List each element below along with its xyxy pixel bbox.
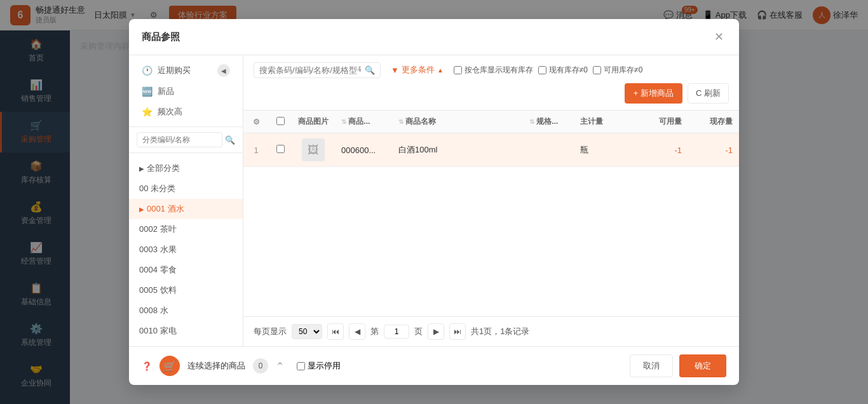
recent-icon: 🕐 (142, 65, 153, 76)
product-search-icon[interactable]: 🔍 (365, 65, 375, 75)
page-input[interactable] (384, 325, 409, 339)
product-table: ⚙ 商品图片 ⇅ 商品... (243, 111, 739, 167)
cat-item-2[interactable]: 0002 茶叶 (129, 219, 243, 239)
new-icon: 🆕 (142, 86, 153, 97)
help-icon[interactable]: ❓ (142, 361, 152, 371)
cat-item-0[interactable]: 00 未分类 (129, 178, 243, 199)
cat-item-5[interactable]: 0005 饮料 (129, 280, 243, 300)
row-spec (523, 133, 574, 167)
product-reference-modal: 商品参照 ✕ 🕐 近期购买 ◀ 🆕 新品 (129, 19, 739, 385)
modal-title: 商品参照 (142, 31, 180, 43)
page-label: 第 (370, 326, 379, 337)
row-checkbox[interactable] (269, 133, 292, 167)
next-page-button[interactable]: ▶ (428, 323, 444, 340)
quick-label: 频次高 (158, 106, 182, 118)
table-row[interactable]: 1 🖼 000600... 白酒100ml (243, 133, 739, 167)
available-stock-checkbox[interactable] (593, 66, 601, 74)
row-available: -1 (625, 133, 688, 167)
th-spec: ⇅ 规格... (523, 111, 574, 133)
category-search-input[interactable] (137, 132, 222, 147)
modal-overlay[interactable]: 商品参照 ✕ 🕐 近期购买 ◀ 🆕 新品 (0, 0, 868, 404)
current-stock-checkbox[interactable] (538, 66, 546, 74)
row-code: 000600... (335, 133, 392, 167)
active-tri-icon: ▶ (139, 206, 144, 213)
product-table-wrap: ⚙ 商品图片 ⇅ 商品... (243, 111, 739, 316)
quick-label: 新品 (158, 86, 174, 97)
filter-icon: ▼ (391, 65, 399, 75)
settings-icon[interactable]: ⚙ (253, 118, 260, 126)
category-search: 🔍 (129, 127, 243, 153)
per-page-select[interactable]: 50 (292, 324, 322, 339)
row-name: 白酒100ml (392, 133, 523, 167)
row-num: 1 (243, 133, 269, 167)
product-table-body: 1 🖼 000600... 白酒100ml (243, 133, 739, 167)
modal-footer: ❓ 🛒 连续选择的商品 0 ⌃ 显示停用 取消 确定 (129, 346, 739, 385)
show-disabled-wrap: 显示停用 (297, 360, 341, 372)
modal-close-button[interactable]: ✕ (711, 29, 726, 44)
product-toolbar: 🔍 ▼ 更多条件 ▲ 按仓库显示现有库存 现有库存≠0 (243, 55, 739, 111)
toolbar-right: + 新增商品 C 刷新 (625, 83, 729, 104)
available-stock-checkbox-label[interactable]: 可用库存≠0 (593, 65, 642, 76)
th-available: 可用量 (625, 111, 688, 133)
product-image-placeholder: 🖼 (302, 138, 325, 161)
product-search-box: 🔍 (254, 62, 381, 78)
prev-page-button[interactable]: ◀ (349, 323, 365, 340)
current-stock-checkbox-label[interactable]: 现有库存≠0 (538, 65, 588, 76)
row-unit: 瓶 (574, 133, 625, 167)
footer-actions: 取消 确定 (630, 354, 726, 377)
cat-item-7[interactable]: 0010 家电 (129, 321, 243, 341)
warehouse-checkbox[interactable] (454, 66, 462, 74)
modal-body: 🕐 近期购买 ◀ 🆕 新品 ⭐ 频次高 🔍 (129, 55, 739, 346)
cat-item-4[interactable]: 0004 零食 (129, 260, 243, 280)
row-image: 🖼 (292, 133, 335, 167)
cat-item-1[interactable]: ▶ 0001 酒水 (129, 199, 243, 219)
refresh-button[interactable]: C 刷新 (688, 83, 729, 104)
pagination-bar: 每页显示 50 ⏮ ◀ 第 页 ▶ ⏭ 共1页，1条记录 (243, 316, 739, 346)
cat-item-6[interactable]: 0008 水 (129, 300, 243, 321)
show-disabled-label: 显示停用 (308, 360, 341, 372)
category-list: ▶ 全部分类 00 未分类 ▶ 0001 酒水 0002 茶叶 0003 水果 (129, 153, 243, 346)
chevron-up-icon: ▲ (437, 67, 444, 74)
show-disabled-checkbox[interactable] (297, 362, 305, 370)
th-settings: ⚙ (243, 111, 269, 133)
th-name: ⇅ 商品名称 (392, 111, 523, 133)
first-page-button[interactable]: ⏮ (327, 323, 344, 340)
cart-count: 0 (253, 358, 268, 374)
page-suffix: 页 (414, 326, 423, 337)
add-product-button[interactable]: + 新增商品 (625, 83, 682, 104)
modal-header: 商品参照 ✕ (129, 19, 739, 55)
collapse-icon[interactable]: ⌃ (276, 360, 284, 372)
collapse-button[interactable]: ◀ (217, 64, 230, 77)
product-search-input[interactable] (259, 65, 361, 75)
confirm-button[interactable]: 确定 (679, 354, 726, 377)
cat-item-all[interactable]: ▶ 全部分类 (129, 158, 243, 178)
th-code: ⇅ 商品... (335, 111, 392, 133)
select-all-checkbox[interactable] (276, 117, 285, 125)
sort-icon: ⇅ (398, 118, 403, 125)
table-header-row: ⚙ 商品图片 ⇅ 商品... (243, 111, 739, 133)
category-search-icon[interactable]: 🔍 (225, 135, 235, 145)
sort-icon: ⇅ (529, 118, 534, 125)
row-select-checkbox[interactable] (276, 145, 285, 153)
cat-item-3[interactable]: 0003 水果 (129, 239, 243, 260)
expand-icon: ▶ (139, 165, 144, 172)
last-page-button[interactable]: ⏭ (449, 323, 466, 340)
cancel-button[interactable]: 取消 (630, 354, 673, 377)
quick-item-frequent[interactable]: ⭐ 频次高 (137, 102, 235, 121)
page-total: 共1页，1条记录 (471, 326, 529, 337)
filter-button[interactable]: ▼ 更多条件 ▲ (386, 62, 449, 78)
row-stock: -1 (688, 133, 739, 167)
category-quick: 🕐 近期购买 ◀ 🆕 新品 ⭐ 频次高 (129, 55, 243, 127)
quick-item-new[interactable]: 🆕 新品 (137, 82, 235, 101)
th-checkbox (269, 111, 292, 133)
th-image: 商品图片 (292, 111, 335, 133)
warehouse-checkbox-label[interactable]: 按仓库显示现有库存 (454, 65, 533, 76)
quick-item-recent[interactable]: 🕐 近期购买 ◀ (137, 60, 235, 81)
quick-label: 近期购买 (158, 65, 191, 76)
frequent-icon: ⭐ (142, 107, 153, 117)
cart-icon[interactable]: 🛒 (159, 356, 180, 376)
cart-label: 连续选择的商品 (187, 360, 245, 372)
sort-icon: ⇅ (341, 118, 346, 125)
category-panel: 🕐 近期购买 ◀ 🆕 新品 ⭐ 频次高 🔍 (129, 55, 243, 346)
th-unit: 主计量 (574, 111, 625, 133)
